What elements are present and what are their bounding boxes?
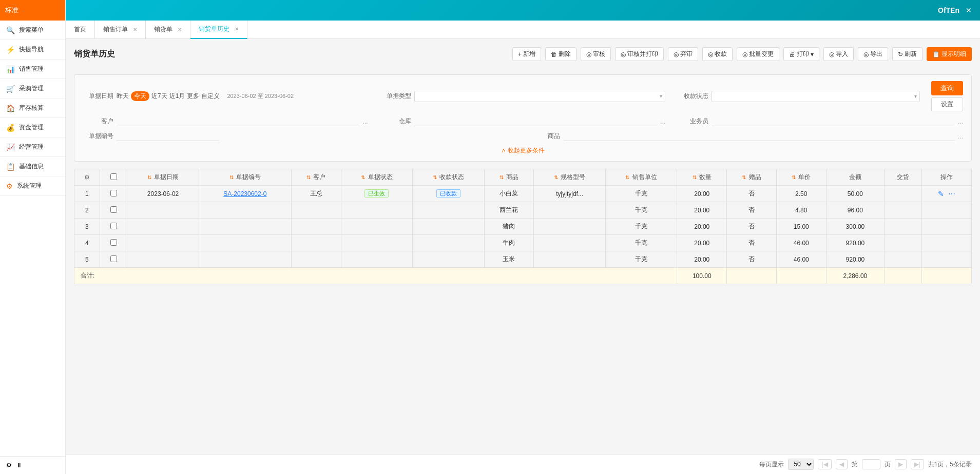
select-all-checkbox[interactable] — [110, 173, 117, 180]
last-page-button[interactable]: ▶| — [911, 459, 924, 469]
sidebar-item-finance[interactable]: 💰 资金管理 — [0, 118, 65, 137]
salesperson-input[interactable] — [712, 116, 955, 126]
query-button[interactable]: 查询 — [931, 81, 963, 95]
row-checkbox-cell[interactable] — [100, 219, 127, 235]
audit-print-button[interactable]: ◎ 审核并打印 — [615, 47, 664, 61]
doc-no-label: 单据编号 — [83, 132, 113, 141]
table-settings-icon[interactable]: ⚙ — [84, 174, 90, 181]
row-checkbox[interactable] — [110, 206, 117, 213]
sort-doc-status-icon[interactable]: ⇅ — [361, 174, 365, 180]
inventory-icon: 🏠 — [6, 104, 15, 112]
tab-home[interactable]: 首页 — [66, 21, 95, 39]
edit-action-icon[interactable]: ✎ — [938, 190, 944, 198]
print-button[interactable]: 🖨 打印 ▾ — [783, 47, 819, 61]
tab-sales-order[interactable]: 销售订单 ✕ — [95, 21, 146, 39]
doc-no-link[interactable]: SA-20230602-0 — [223, 190, 266, 198]
first-page-button[interactable]: |◀ — [818, 459, 831, 469]
per-page-select[interactable]: 50 10 20 100 — [788, 459, 814, 470]
sidebar-bottom[interactable]: ⚙ ⏸ — [0, 456, 65, 474]
product-more-dots[interactable]: ... — [958, 133, 963, 140]
receipt-status-cell — [413, 202, 485, 219]
receipt-status-select[interactable] — [712, 91, 920, 102]
more-action-icon[interactable]: ⋯ — [948, 190, 955, 198]
row-checkbox[interactable] — [110, 255, 117, 262]
sidebar-item-sales-mgmt[interactable]: 📊 销售管理 — [0, 60, 65, 79]
show-detail-button[interactable]: 📋 显示明细 — [927, 47, 972, 61]
sort-unit-icon[interactable]: ⇅ — [625, 174, 629, 180]
col-checkbox[interactable] — [100, 169, 127, 186]
actions-cell — [922, 219, 972, 235]
tab-sales-delivery[interactable]: 销货单 ✕ — [146, 21, 190, 39]
import-button[interactable]: ◎ 导入 — [823, 47, 854, 61]
sidebar-item-basic-info[interactable]: 📋 基础信息 — [0, 157, 65, 176]
sidebar-item-system-mgmt[interactable]: ⚙ 系统管理 — [0, 176, 65, 196]
tab-sales-delivery-label: 销货单 — [154, 25, 172, 34]
customer-more-dots[interactable]: ... — [363, 118, 368, 125]
sidebar-item-quick-nav[interactable]: ⚡ 快捷导航 — [0, 40, 65, 60]
tab-sales-history[interactable]: 销货单历史 ✕ — [190, 21, 247, 39]
warehouse-more-dots[interactable]: ... — [660, 118, 665, 125]
filter-settings-button[interactable]: 设置 — [931, 97, 963, 111]
sort-receipt-status-icon[interactable]: ⇅ — [433, 174, 437, 180]
row-checkbox-cell[interactable] — [100, 235, 127, 251]
shortcut-last1month[interactable]: 近1月 — [169, 92, 185, 101]
page-number-input[interactable]: 1 — [862, 459, 880, 469]
shortcut-last7days[interactable]: 近7天 — [151, 92, 167, 101]
sort-price-icon[interactable]: ⇅ — [792, 174, 796, 180]
col-settings[interactable]: ⚙ — [74, 169, 100, 186]
doc-status-cell: 已生效 — [341, 186, 413, 202]
sidebar-item-inventory[interactable]: 🏠 库存核算 — [0, 98, 65, 118]
sort-spec-icon[interactable]: ⇅ — [554, 174, 558, 180]
filter-row-2: 客户 ... 仓库 ... 业务员 ... — [83, 116, 963, 126]
sort-gift-icon[interactable]: ⇅ — [742, 174, 746, 180]
price-cell: 15.00 — [776, 219, 826, 235]
sort-doc-date-icon[interactable]: ⇅ — [147, 174, 151, 180]
refresh-button[interactable]: ↻ 刷新 — [892, 47, 923, 61]
row-checkbox[interactable] — [110, 190, 117, 196]
abandon-button[interactable]: ◎ 弃审 — [668, 47, 698, 61]
row-checkbox-cell[interactable] — [100, 251, 127, 268]
tabs-bar: 首页 销售订单 ✕ 销货单 ✕ 销货单历史 ✕ — [66, 21, 980, 39]
receipt-button[interactable]: ◎ 收款 — [702, 47, 733, 61]
tab-sales-history-close[interactable]: ✕ — [235, 26, 239, 32]
close-window-icon[interactable]: ✕ — [966, 6, 972, 14]
batch-change-button[interactable]: ◎ 批量变更 — [737, 47, 779, 61]
spec-cell — [534, 235, 606, 251]
customer-input[interactable] — [117, 116, 360, 126]
shortcut-yesterday[interactable]: 昨天 — [117, 92, 129, 101]
sidebar-item-operations[interactable]: 📈 经营管理 — [0, 137, 65, 157]
audit-icon: ◎ — [586, 51, 591, 58]
next-page-button[interactable]: ▶ — [895, 459, 907, 469]
delete-button[interactable]: 🗑 删除 — [545, 47, 577, 61]
receipt-status-label: 收款状态 — [678, 92, 708, 101]
doc-type-select[interactable] — [414, 91, 666, 102]
prev-page-button[interactable]: ◀ — [836, 459, 848, 469]
sort-customer-icon[interactable]: ⇅ — [306, 174, 311, 180]
row-num-cell: 2 — [74, 202, 100, 219]
sidebar-item-label: 快捷导航 — [19, 45, 44, 54]
tab-sales-delivery-close[interactable]: ✕ — [178, 27, 182, 32]
shortcut-custom[interactable]: 自定义 — [201, 92, 220, 101]
doc-no-input[interactable] — [117, 131, 219, 141]
tab-sales-order-close[interactable]: ✕ — [133, 27, 137, 32]
sort-product-icon[interactable]: ⇅ — [499, 174, 504, 180]
export-button[interactable]: ◎ 导出 — [858, 47, 888, 61]
sidebar-item-search[interactable]: 🔍 搜索菜单 — [0, 21, 65, 40]
product-input[interactable] — [563, 131, 955, 141]
new-button[interactable]: + 新增 — [512, 47, 541, 61]
sidebar-item-purchase-mgmt[interactable]: 🛒 采购管理 — [0, 79, 65, 98]
shortcut-today[interactable]: 今天 — [131, 91, 149, 101]
warehouse-input[interactable] — [414, 116, 658, 126]
audit-button[interactable]: ◎ 审核 — [581, 47, 611, 61]
collapse-filter-button[interactable]: ∧ 收起更多条件 — [501, 146, 545, 155]
row-checkbox[interactable] — [110, 223, 117, 229]
sort-qty-icon[interactable]: ⇅ — [693, 174, 697, 180]
row-checkbox-cell[interactable] — [100, 202, 127, 219]
sort-doc-no-icon[interactable]: ⇅ — [229, 174, 234, 180]
row-num-cell: 4 — [74, 235, 100, 251]
shortcut-more[interactable]: 更多 — [187, 92, 199, 101]
row-checkbox-cell[interactable] — [100, 186, 127, 202]
salesperson-more-dots[interactable]: ... — [958, 118, 963, 125]
receipt-status-cell — [413, 251, 485, 268]
row-checkbox[interactable] — [110, 239, 117, 246]
